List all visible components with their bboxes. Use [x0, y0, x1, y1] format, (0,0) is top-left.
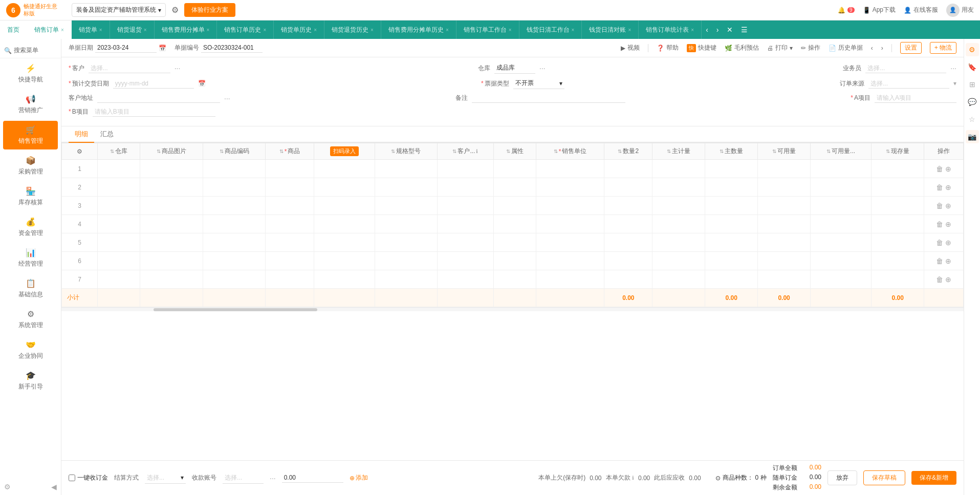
- sidebar-item-guide[interactable]: 🎓 新手引导: [3, 367, 58, 395]
- close-icon[interactable]: ×: [263, 27, 266, 33]
- save-new-button[interactable]: 保存&新增: [911, 471, 956, 485]
- tab-summary[interactable]: 汇总: [94, 126, 120, 143]
- a-project-input[interactable]: [875, 93, 956, 103]
- sidebar-collapse-icon[interactable]: ◀: [51, 483, 57, 491]
- salesperson-input[interactable]: [865, 63, 946, 73]
- close-icon[interactable]: ×: [371, 27, 374, 33]
- close-icon[interactable]: ×: [207, 27, 210, 33]
- sidebar-search[interactable]: 🔍 搜索菜单: [0, 43, 61, 58]
- close-icon[interactable]: ×: [314, 27, 317, 33]
- close-icon[interactable]: ×: [99, 27, 102, 33]
- tab-sales-invoice[interactable]: 销货单×: [72, 20, 110, 39]
- copy-icon[interactable]: ⊕: [945, 220, 951, 228]
- tab-expense-history[interactable]: 销售费用分摊单历史×: [381, 20, 456, 39]
- right-bookmark-icon[interactable]: 🔖: [966, 60, 979, 74]
- delete-icon[interactable]: 🗑: [936, 202, 943, 210]
- sidebar-settings-icon[interactable]: ⚙: [4, 483, 11, 491]
- tab-sales-return[interactable]: 销货退货×: [110, 20, 155, 39]
- tab-daily-workbench[interactable]: 钱货日清工作台×: [519, 20, 582, 39]
- sidebar-item-quick-nav[interactable]: ⚡ 快捷导航: [3, 59, 58, 88]
- tab-home[interactable]: 首页: [0, 20, 27, 39]
- delete-icon[interactable]: 🗑: [936, 165, 943, 173]
- tab-invoice-history[interactable]: 销货单历史×: [274, 20, 324, 39]
- right-settings-icon[interactable]: ⚙: [966, 43, 979, 56]
- online-support-item[interactable]: 👤 在线客服: [904, 6, 938, 14]
- settings-button[interactable]: 设置: [900, 42, 922, 54]
- add-button[interactable]: ⊕ 添加: [350, 474, 368, 482]
- tab-menu-icon[interactable]: ☰: [737, 20, 752, 39]
- sidebar-item-purchase[interactable]: 📦 采购管理: [3, 152, 58, 180]
- close-icon[interactable]: ×: [628, 27, 631, 33]
- account-dots[interactable]: ···: [270, 474, 276, 482]
- shortcut-item[interactable]: 快 快捷键: [687, 44, 716, 52]
- delete-icon[interactable]: 🗑: [936, 275, 943, 284]
- calendar-icon[interactable]: 📅: [159, 45, 166, 52]
- tab-close-all-icon[interactable]: ✕: [723, 20, 737, 39]
- nav-prev-icon[interactable]: ‹: [871, 45, 873, 52]
- order-source-dropdown[interactable]: ▾: [953, 80, 956, 87]
- tab-order-workbench[interactable]: 销售订单工作台×: [456, 20, 519, 39]
- salesperson-dots[interactable]: ···: [950, 64, 956, 72]
- user-item[interactable]: 👤 用友: [946, 4, 974, 17]
- close-icon[interactable]: ×: [691, 27, 694, 33]
- expected-date-calendar-icon[interactable]: 📅: [198, 80, 206, 87]
- delete-icon[interactable]: 🗑: [936, 220, 943, 228]
- copy-icon[interactable]: ⊕: [945, 165, 951, 173]
- solution-button[interactable]: 体验行业方案: [184, 3, 235, 17]
- warehouse-dots[interactable]: ···: [539, 64, 546, 72]
- close-icon[interactable]: ×: [509, 27, 512, 33]
- right-star-icon[interactable]: ☆: [966, 113, 979, 126]
- tab-next-icon[interactable]: ›: [712, 20, 723, 39]
- delete-icon[interactable]: 🗑: [936, 257, 943, 265]
- system-selector[interactable]: 装备及固定资产辅助管理系统 ▾: [72, 3, 166, 17]
- copy-icon[interactable]: ⊕: [945, 275, 951, 284]
- right-scan-icon[interactable]: 📷: [966, 130, 979, 143]
- save-draft-button[interactable]: 保存草稿: [863, 470, 905, 485]
- right-grid-icon[interactable]: ⊞: [966, 78, 979, 91]
- sidebar-item-operations[interactable]: 📊 经营管理: [3, 244, 58, 272]
- copy-icon[interactable]: ⊕: [945, 183, 951, 191]
- col-settings[interactable]: ⚙: [62, 143, 98, 160]
- nav-next-icon[interactable]: ›: [881, 45, 883, 52]
- help-item[interactable]: ❓ 帮助: [657, 44, 679, 52]
- operation-item[interactable]: ✏ 操作: [801, 44, 820, 52]
- one-key-checkbox[interactable]: [69, 475, 75, 481]
- tab-sales-expense-split[interactable]: 销售费用分摊单×: [155, 20, 217, 39]
- scan-button[interactable]: 扫码录入: [330, 146, 359, 156]
- view-video-item[interactable]: ▶ 视频: [621, 44, 640, 52]
- order-source-input[interactable]: [868, 79, 949, 89]
- tab-return-history[interactable]: 销货退货历史×: [324, 20, 381, 39]
- discard-button[interactable]: 放弃: [827, 470, 857, 485]
- payment-account-select[interactable]: 选择...: [223, 472, 264, 484]
- sidebar-item-inventory[interactable]: 🏪 库存核算: [3, 182, 58, 211]
- copy-icon[interactable]: ⊕: [945, 202, 951, 210]
- tab-sales-stats[interactable]: 销售订单统计表×: [639, 20, 702, 39]
- sidebar-item-sales[interactable]: 🛒 销售管理: [3, 121, 58, 149]
- address-dots[interactable]: ···: [224, 94, 230, 102]
- sidebar-item-finance[interactable]: 💰 资金管理: [3, 213, 58, 242]
- scrollbar-thumb[interactable]: [154, 308, 317, 311]
- customer-input[interactable]: [89, 63, 170, 73]
- close-icon[interactable]: ×: [572, 27, 575, 33]
- copy-icon[interactable]: ⊕: [945, 257, 951, 265]
- notification-item[interactable]: 🔔 9 🔔: [838, 7, 855, 14]
- add-material-button[interactable]: + 物流: [930, 42, 956, 54]
- tab-prev-icon[interactable]: ‹: [702, 20, 712, 39]
- close-icon[interactable]: ×: [446, 27, 449, 33]
- horizontal-scrollbar[interactable]: [61, 307, 964, 311]
- right-chat-icon[interactable]: 💬: [966, 95, 979, 109]
- expected-date-input[interactable]: [113, 79, 194, 89]
- close-icon[interactable]: ×: [144, 27, 147, 33]
- profit-item[interactable]: 🌿 毛利预估: [725, 44, 759, 52]
- delete-icon[interactable]: 🗑: [936, 239, 943, 247]
- settings-icon[interactable]: ⚙: [170, 5, 180, 15]
- b-project-input[interactable]: [93, 107, 215, 117]
- customer-dots[interactable]: ···: [175, 64, 181, 72]
- app-download-item[interactable]: 📱 App下载: [863, 6, 896, 14]
- close-icon[interactable]: ×: [61, 27, 64, 33]
- tab-sales-order-history[interactable]: 销售订单历史×: [217, 20, 274, 39]
- tab-sales-order[interactable]: 销售订单×: [27, 20, 72, 39]
- tab-detail[interactable]: 明细: [69, 126, 94, 143]
- sidebar-item-basic-info[interactable]: 📋 基础信息: [3, 274, 58, 303]
- payment-method-select[interactable]: 选择... ▾: [145, 472, 186, 484]
